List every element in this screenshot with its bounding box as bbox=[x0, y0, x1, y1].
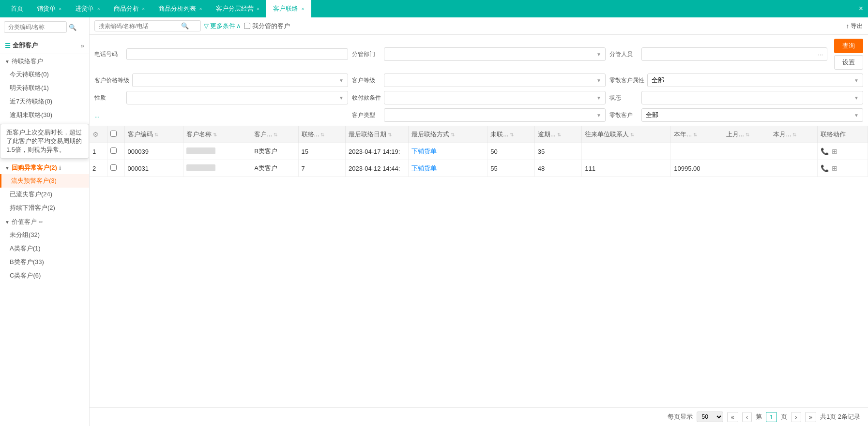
contact-count-sort-icon[interactable]: ⇅ bbox=[320, 132, 324, 137]
sidebar-item-tomorrow-contact[interactable]: 明天待联络(1) bbox=[0, 81, 89, 95]
sidebar-item-class-b[interactable]: B类客户(33) bbox=[0, 255, 89, 269]
export-button[interactable]: ↑ 导出 bbox=[846, 22, 864, 30]
this-year-sort-icon[interactable]: ⇅ bbox=[693, 132, 697, 137]
more-options-button[interactable]: ... bbox=[94, 112, 100, 119]
name-sort-icon[interactable]: ⇅ bbox=[213, 132, 217, 137]
manager-select[interactable]: ··· bbox=[641, 47, 827, 61]
filter-row-customer-type: 客户类型 ▼ bbox=[352, 108, 606, 122]
table-settings-icon[interactable]: ⚙ bbox=[92, 131, 99, 138]
close-customer-segmentation-icon[interactable]: × bbox=[257, 6, 259, 12]
close-product-analysis-list-icon[interactable]: × bbox=[199, 6, 202, 12]
status-label: 状态 bbox=[609, 94, 639, 102]
row1-last-method-link[interactable]: 下销货单 bbox=[411, 147, 437, 155]
sidebar-item-ungrouped[interactable]: 未分组(32) bbox=[0, 228, 89, 242]
sidebar-item-class-c[interactable]: C类客户(6) bbox=[0, 269, 89, 282]
last-date-sort-icon[interactable]: ⇅ bbox=[388, 132, 392, 137]
page-size-select[interactable]: 50 100 200 bbox=[697, 411, 723, 422]
customer-level-select[interactable]: ▼ bbox=[384, 73, 606, 87]
my-customer-checkbox-label[interactable]: 我分管的客户 bbox=[244, 22, 290, 30]
overdue-sort-icon[interactable]: ⇅ bbox=[557, 132, 561, 137]
sidebar-group-value-customers[interactable]: ▼ 价值客户 ✏ bbox=[0, 215, 89, 228]
contacts-sort-icon[interactable]: ⇅ bbox=[630, 132, 634, 137]
sidebar-search-area: 🔍 bbox=[0, 17, 89, 37]
sidebar-item-class-a[interactable]: A类客户(1) bbox=[0, 242, 89, 255]
row2-grid-icon[interactable]: ⊞ bbox=[832, 164, 838, 172]
nav-purchase-order[interactable]: 进货单 × bbox=[68, 0, 107, 17]
code-sort-icon[interactable]: ⇅ bbox=[154, 132, 158, 137]
sidebar-item-lost-customers[interactable]: 已流失客户(24) bbox=[0, 188, 89, 201]
prev-page-button[interactable]: ‹ bbox=[742, 412, 752, 422]
sidebar-item-overdue-contact[interactable]: 逾期未联络(30) bbox=[0, 108, 89, 122]
sidebar-item-7days-contact[interactable]: 近7天待联络(0) bbox=[0, 95, 89, 108]
retail-attr-select[interactable]: 全部 ▼ bbox=[647, 73, 863, 87]
setting-button[interactable]: 设置 bbox=[834, 55, 863, 70]
close-customer-contact-icon[interactable]: × bbox=[301, 6, 304, 12]
select-all-checkbox[interactable] bbox=[110, 131, 117, 137]
row1-last-date: 2023-04-17 14:19: bbox=[346, 143, 409, 160]
next-page-button[interactable]: › bbox=[791, 412, 801, 422]
query-button[interactable]: 查询 bbox=[834, 39, 863, 53]
col-code: 客户编码⇅ bbox=[124, 126, 183, 143]
all-customers-header[interactable]: ☰ 全部客户 » bbox=[0, 37, 89, 54]
row2-select-checkbox[interactable] bbox=[110, 164, 117, 171]
nav-product-analysis-list[interactable]: 商品分析列表 × bbox=[152, 0, 209, 17]
more-filter-arrow-icon: ∧ bbox=[236, 22, 241, 29]
main-search-icon[interactable]: 🔍 bbox=[181, 22, 189, 29]
sidebar-item-loss-warning[interactable]: 流失预警客户(3) bbox=[0, 174, 89, 188]
last-method-sort-icon[interactable]: ⇅ bbox=[451, 132, 455, 137]
sidebar-group-repurchase-anomaly[interactable]: ▼ 回购异常客户(2) ℹ bbox=[0, 161, 89, 174]
phone-input[interactable] bbox=[126, 48, 348, 60]
nav-home[interactable]: 首页 bbox=[4, 0, 30, 17]
sidebar-item-today-contact[interactable]: 今天待联络(0) bbox=[0, 68, 89, 81]
first-page-button[interactable]: « bbox=[727, 412, 738, 422]
row2-last-method-link[interactable]: 下销货单 bbox=[411, 164, 437, 172]
sidebar-item-declining-customers[interactable]: 持续下滑客户(2) bbox=[0, 201, 89, 215]
row1-select-checkbox[interactable] bbox=[110, 147, 117, 154]
close-purchase-order-icon[interactable]: × bbox=[97, 6, 100, 12]
nature-select[interactable]: ▼ bbox=[126, 91, 348, 104]
my-customer-checkbox[interactable] bbox=[244, 23, 250, 29]
category-search-input[interactable] bbox=[4, 21, 67, 33]
category-search-icon[interactable]: 🔍 bbox=[69, 24, 76, 31]
col-contact-count: 联络...⇅ bbox=[298, 126, 345, 143]
sidebar-group-pending-contact[interactable]: ▼ 待联络客户 bbox=[0, 54, 89, 68]
dept-select[interactable]: ▼ bbox=[384, 47, 606, 61]
type-sort-icon[interactable]: ⇅ bbox=[274, 132, 277, 137]
row2-phone-icon[interactable]: 📞 bbox=[821, 164, 829, 172]
sidebar-collapse-icon[interactable]: » bbox=[81, 42, 84, 49]
customer-type-select[interactable]: ▼ bbox=[384, 108, 606, 122]
row2-index: 2 bbox=[90, 160, 107, 177]
search-box: 🔍 bbox=[94, 20, 201, 31]
nav-product-analysis[interactable]: 商品分析 × bbox=[107, 0, 152, 17]
retail-customer-select[interactable]: 全部 ▼ bbox=[641, 108, 863, 122]
status-select[interactable]: ▼ bbox=[641, 91, 863, 104]
nav-customer-segmentation[interactable]: 客户分层经营 × bbox=[209, 0, 266, 17]
dept-label: 分管部门 bbox=[352, 50, 381, 59]
close-all-tabs-button[interactable]: × bbox=[859, 4, 863, 13]
last-month-sort-icon[interactable]: ⇅ bbox=[746, 132, 749, 137]
close-product-analysis-icon[interactable]: × bbox=[142, 6, 145, 12]
more-filter-button[interactable]: ▽ 更多条件 ∧ bbox=[204, 22, 241, 30]
uncontacted-sort-icon[interactable]: ⇅ bbox=[510, 132, 514, 137]
col-last-contact-date: 最后联络日期⇅ bbox=[346, 126, 409, 143]
nav-customer-contact[interactable]: 客户联络 × bbox=[266, 0, 311, 17]
filter-row-price-level: 客户价格等级 ▼ bbox=[94, 73, 348, 87]
filter-row-customer-level: 客户等级 ▼ bbox=[352, 73, 606, 87]
nav-sales-order[interactable]: 销货单 × bbox=[30, 0, 68, 17]
close-sales-order-icon[interactable]: × bbox=[59, 6, 61, 12]
row2-checkbox bbox=[107, 160, 124, 177]
row1-this-month bbox=[770, 143, 817, 160]
row1-name bbox=[183, 143, 251, 160]
payment-select[interactable]: ▼ bbox=[384, 91, 606, 104]
row1-grid-icon[interactable]: ⊞ bbox=[832, 147, 838, 155]
retail-customer-arrow-icon: ▼ bbox=[854, 113, 859, 118]
col-this-month: 本月...⇅ bbox=[770, 126, 817, 143]
price-level-select[interactable]: ▼ bbox=[132, 73, 348, 87]
this-month-sort-icon[interactable]: ⇅ bbox=[792, 132, 796, 137]
main-search-input[interactable] bbox=[99, 23, 181, 29]
row2-last-month bbox=[723, 160, 770, 177]
last-page-button[interactable]: » bbox=[805, 412, 816, 422]
row1-phone-icon[interactable]: 📞 bbox=[821, 147, 829, 155]
table-row: 1 000039 B类客户 15 2023-04-17 14:19: 下销货单 … bbox=[90, 143, 868, 160]
tooltip-box: 距客户上次交易时长，超过了此客户的平均交易周期的1.5倍，则视为异常。 bbox=[0, 124, 89, 159]
